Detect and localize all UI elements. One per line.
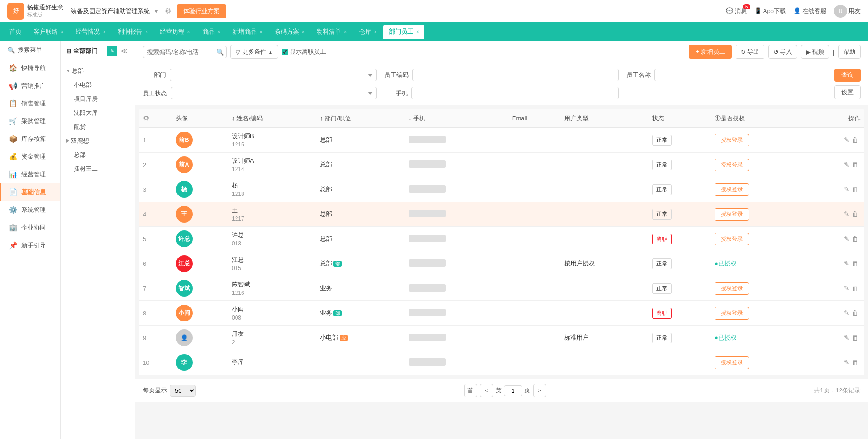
tab-warehouse[interactable]: 仓库×	[354, 25, 382, 39]
online-service-button[interactable]: 👤 在线客服	[793, 7, 826, 15]
sidebar-item-purchase[interactable]: 🛒 采购管理	[0, 112, 60, 130]
tab-operations[interactable]: 经营情况×	[70, 25, 111, 39]
system-arrow-icon[interactable]: ▼	[153, 8, 159, 14]
page-number-input[interactable]	[504, 385, 522, 396]
col-phone[interactable]: ↕ 手机	[405, 109, 508, 128]
first-page-button[interactable]: 首	[464, 384, 477, 397]
delete-button[interactable]: 🗑	[852, 309, 859, 317]
tab-home[interactable]: 首页	[4, 25, 27, 39]
reset-button[interactable]: 设置	[834, 85, 861, 99]
delete-button[interactable]: 🗑	[852, 358, 859, 366]
import-button[interactable]: ↺ 导入	[768, 45, 797, 59]
gear-col-icon[interactable]: ⚙	[143, 114, 149, 122]
edit-button[interactable]: ✎	[844, 358, 850, 366]
dept-item-project[interactable]: 项目库房	[61, 92, 135, 106]
tab-bom[interactable]: 物料清单×	[311, 25, 352, 39]
sidebar-item-marketing[interactable]: 📢 营销推广	[0, 77, 60, 95]
sidebar-item-basic[interactable]: 📄 基础信息	[0, 183, 60, 201]
sidebar-item-shortcut[interactable]: 🏠 快捷导航	[0, 59, 60, 77]
delete-button[interactable]: 🗑	[852, 284, 859, 292]
page-size-select[interactable]: 50 100 200	[170, 385, 196, 397]
dept-collapse-button[interactable]: ≪	[119, 46, 129, 56]
gear-icon[interactable]: ⚙	[165, 7, 171, 15]
sidebar-item-guide[interactable]: 📌 新手引导	[0, 237, 60, 254]
export-button[interactable]: ↻ 导出	[736, 45, 764, 59]
tab-hist-close[interactable]: ×	[187, 29, 190, 35]
edit-button[interactable]: ✎	[844, 210, 850, 218]
edit-button[interactable]: ✎	[844, 136, 850, 144]
sidebar-item-sales[interactable]: 📋 销售管理	[0, 95, 60, 112]
sidebar-item-enterprise[interactable]: 🏢 企业协同	[0, 219, 60, 237]
edit-button[interactable]: ✎	[844, 284, 850, 292]
trial-button[interactable]: 体验行业方案	[177, 4, 226, 18]
delete-button[interactable]: 🗑	[852, 334, 859, 341]
help-button[interactable]: 帮助	[838, 45, 861, 59]
dept-item-xiaodibu[interactable]: 小电部	[61, 78, 135, 92]
message-button[interactable]: 💬 消息 5	[726, 7, 747, 15]
sidebar-item-inventory[interactable]: 📦 库存核算	[0, 130, 60, 148]
sidebar-search[interactable]: 🔍 搜索菜单	[0, 41, 60, 59]
auth-button[interactable]: 授权登录	[715, 282, 749, 295]
sidebar-item-finance[interactable]: 💰 资金管理	[0, 148, 60, 166]
edit-button[interactable]: ✎	[844, 160, 850, 168]
auth-button[interactable]: 授权登录	[715, 233, 749, 245]
tab-history[interactable]: 经营历程×	[154, 25, 195, 39]
tab-customer-close[interactable]: ×	[61, 29, 63, 35]
dept-item-chashuwang[interactable]: 插树王二	[61, 162, 135, 176]
edit-button[interactable]: ✎	[844, 185, 850, 193]
more-filters-button[interactable]: ▽ 更多条件 ▲	[230, 45, 278, 59]
auth-button[interactable]: 授权登录	[715, 183, 749, 196]
search-input[interactable]	[143, 46, 227, 58]
delete-button[interactable]: 🗑	[852, 160, 859, 168]
tab-goods-close[interactable]: ×	[217, 29, 220, 35]
tab-customer[interactable]: 客户联络×	[28, 25, 69, 39]
dept-item-zongbu[interactable]: 总部	[61, 148, 135, 162]
auth-button[interactable]: 授权登录	[715, 356, 749, 369]
tab-goods[interactable]: 商品×	[197, 25, 226, 39]
delete-button[interactable]: 🗑	[852, 210, 859, 218]
dept-item-peihuo[interactable]: 配货	[61, 120, 135, 134]
dept-filter-select[interactable]	[170, 69, 377, 81]
emp-code-input[interactable]	[412, 69, 618, 81]
col-name[interactable]: ↕ 姓名/编码	[228, 109, 316, 128]
tab-department[interactable]: 部门员工×	[383, 25, 424, 39]
auth-button[interactable]: 授权登录	[715, 307, 749, 320]
emp-status-select[interactable]	[171, 87, 377, 99]
delete-button[interactable]: 🗑	[852, 235, 859, 243]
prev-page-button[interactable]: ＜	[480, 384, 493, 397]
auth-button[interactable]: 授权登录	[715, 159, 749, 171]
tab-wh-close[interactable]: ×	[374, 29, 377, 35]
edit-button[interactable]: ✎	[844, 334, 850, 341]
delete-button[interactable]: 🗑	[852, 136, 859, 144]
tab-profit[interactable]: 利润报告×	[112, 25, 153, 39]
delete-button[interactable]: 🗑	[852, 185, 859, 193]
tab-dept-close[interactable]: ×	[416, 29, 419, 35]
sidebar-item-operations[interactable]: 📊 经营管理	[0, 166, 60, 183]
auth-button[interactable]: 授权登录	[715, 134, 749, 146]
user-area[interactable]: U 用友	[834, 5, 861, 18]
tab-profit-close[interactable]: ×	[145, 29, 148, 35]
dept-item-shenyang[interactable]: 沈阳大库	[61, 106, 135, 120]
dept-item-shuanglu[interactable]: 双鹿想	[61, 134, 135, 148]
search-button[interactable]: 🔍	[216, 49, 224, 56]
sidebar-item-system[interactable]: ⚙️ 系统管理	[0, 201, 60, 219]
emp-name-input[interactable]	[654, 69, 861, 81]
tab-barcode-close[interactable]: ×	[302, 29, 305, 35]
edit-button[interactable]: ✎	[844, 235, 850, 243]
edit-button[interactable]: ✎	[844, 259, 850, 267]
tab-addgoods-close[interactable]: ×	[259, 29, 262, 35]
phone-input[interactable]	[411, 87, 618, 99]
dept-tree-root[interactable]: 总部	[61, 64, 135, 78]
show-resigned-checkbox[interactable]: 显示离职员工	[282, 48, 326, 56]
query-button[interactable]: 查询	[834, 69, 861, 82]
delete-button[interactable]: 🗑	[852, 259, 859, 267]
tab-bom-close[interactable]: ×	[344, 29, 347, 35]
tab-add-goods[interactable]: 新增商品×	[227, 25, 268, 39]
add-employee-button[interactable]: + 新增员工	[689, 45, 731, 59]
col-dept[interactable]: ↕ 部门/职位	[316, 109, 404, 128]
edit-button[interactable]: ✎	[844, 309, 850, 317]
tab-ops-close[interactable]: ×	[103, 29, 105, 35]
next-page-button[interactable]: ＞	[533, 384, 546, 397]
dept-edit-button[interactable]: ✎	[107, 46, 117, 56]
show-resigned-input[interactable]	[282, 49, 288, 55]
